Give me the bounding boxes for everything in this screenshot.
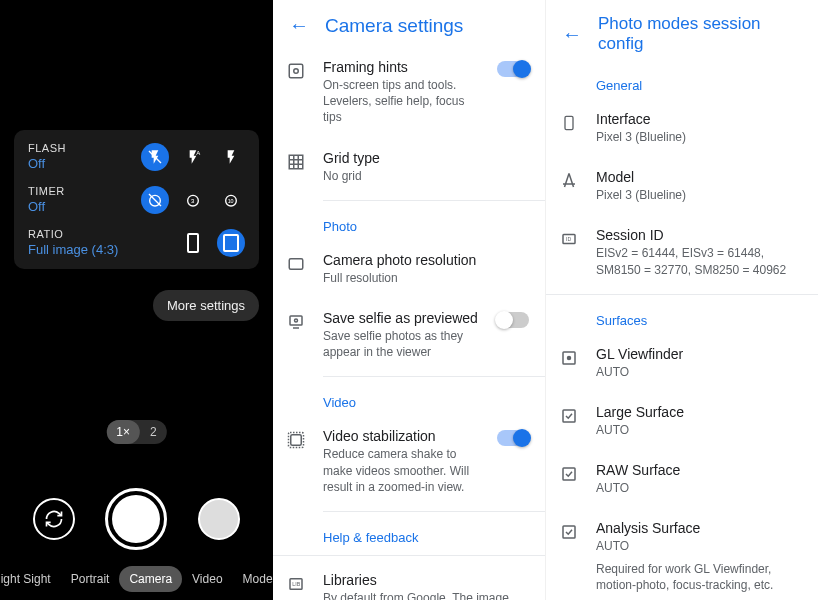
svg-rect-9 — [224, 235, 238, 251]
svg-rect-21 — [291, 435, 302, 446]
mode-night-sight[interactable]: Night Sight — [0, 566, 61, 592]
model-title: Model — [596, 169, 802, 185]
ratio-label: RATIO — [28, 228, 118, 240]
flash-on-icon[interactable] — [217, 143, 245, 171]
interface-sub: Pixel 3 (Blueline) — [596, 129, 802, 145]
libraries-title: Libraries — [323, 572, 529, 588]
svg-text:ID: ID — [566, 237, 571, 243]
stabilization-item[interactable]: Video stabilization Reduce camera shake … — [273, 416, 545, 507]
general-section-label: General — [546, 64, 818, 99]
svg-rect-10 — [289, 64, 303, 78]
surfaces-section-label: Surfaces — [546, 299, 818, 334]
back-arrow-icon[interactable]: ← — [289, 14, 309, 37]
stabilization-toggle[interactable] — [497, 430, 529, 446]
grid-title: Grid type — [323, 150, 529, 166]
model-sub: Pixel 3 (Blueline) — [596, 187, 802, 203]
large-title: Large Surface — [596, 404, 802, 420]
gl-viewfinder-item[interactable]: GL Viewfinder AUTO — [546, 334, 818, 392]
config-title: Photo modes session config — [598, 14, 802, 54]
svg-text:LIB: LIB — [292, 581, 300, 587]
photo-section-label: Photo — [273, 205, 545, 240]
raw-title: RAW Surface — [596, 462, 802, 478]
svg-rect-12 — [289, 155, 303, 169]
raw-sub: AUTO — [596, 480, 802, 496]
session-config-panel: ← Photo modes session config General Int… — [546, 0, 818, 600]
timer-off-icon[interactable] — [141, 186, 169, 214]
svg-rect-18 — [290, 316, 302, 325]
back-arrow-icon[interactable]: ← — [562, 23, 582, 46]
camera-viewfinder: FLASH Off A TIMER Off 3 10 RATIO — [0, 0, 273, 600]
mode-portrait[interactable]: Portrait — [61, 566, 120, 592]
compass-icon — [558, 170, 580, 192]
framing-toggle[interactable] — [497, 61, 529, 77]
timer-label: TIMER — [28, 185, 65, 197]
libraries-item[interactable]: LIB Libraries By default from Google. Th… — [273, 560, 545, 600]
timer-row[interactable]: TIMER Off 3 10 — [28, 185, 245, 214]
mode-video[interactable]: Video — [182, 566, 232, 592]
framing-sub: On-screen tips and tools. Levelers, self… — [323, 77, 481, 126]
resolution-sub: Full resolution — [323, 270, 529, 286]
svg-point-11 — [294, 69, 299, 74]
id-icon: ID — [558, 228, 580, 250]
svg-rect-25 — [565, 116, 573, 129]
analysis-note: Required for work GL Viewfinder, motion-… — [596, 561, 802, 593]
flash-off-icon[interactable] — [141, 143, 169, 171]
flash-label: FLASH — [28, 142, 66, 154]
phone-icon — [558, 112, 580, 134]
selfie-item[interactable]: Save selfie as previewed Save selfie pho… — [273, 298, 545, 372]
selfie-toggle[interactable] — [497, 312, 529, 328]
svg-rect-8 — [188, 234, 198, 252]
ratio-row[interactable]: RATIO Full image (4:3) — [28, 228, 245, 257]
gallery-thumbnail[interactable] — [198, 498, 240, 540]
more-settings-button[interactable]: More settings — [153, 290, 259, 321]
help-section-label[interactable]: Help & feedback — [273, 516, 545, 551]
mode-camera[interactable]: Camera — [119, 566, 182, 592]
shutter-button[interactable] — [105, 488, 167, 550]
surface-icon — [558, 347, 580, 369]
model-item[interactable]: Model Pixel 3 (Blueline) — [546, 157, 818, 215]
timer-3s-icon[interactable]: 3 — [179, 186, 207, 214]
flip-camera-button[interactable] — [33, 498, 75, 540]
svg-text:10: 10 — [228, 198, 234, 204]
session-title: Session ID — [596, 227, 802, 243]
resolution-item[interactable]: Camera photo resolution Full resolution — [273, 240, 545, 298]
stabilization-title: Video stabilization — [323, 428, 481, 444]
session-id-item[interactable]: ID Session ID EISv2 = 61444, EISv3 = 614… — [546, 215, 818, 289]
grid-icon — [285, 151, 307, 173]
libraries-sub: By default from Google. The image proces… — [323, 590, 529, 600]
svg-text:3: 3 — [191, 198, 195, 204]
session-sub: EISv2 = 61444, EISv3 = 61448, SM8150 = 3… — [596, 245, 802, 277]
analysis-surface-item[interactable]: Analysis Surface AUTO Required for work … — [546, 508, 818, 600]
resolution-icon — [285, 253, 307, 275]
interface-item[interactable]: Interface Pixel 3 (Blueline) — [546, 99, 818, 157]
zoom-2x[interactable]: 2 — [140, 420, 167, 444]
framing-hints-item[interactable]: Framing hints On-screen tips and tools. … — [273, 47, 545, 138]
framing-title: Framing hints — [323, 59, 481, 75]
timer-value: Off — [28, 199, 65, 214]
timer-10s-icon[interactable]: 10 — [217, 186, 245, 214]
svg-point-29 — [568, 356, 571, 359]
ratio-value: Full image (4:3) — [28, 242, 118, 257]
flash-auto-icon[interactable]: A — [179, 143, 207, 171]
ratio-full-icon[interactable] — [217, 229, 245, 257]
zoom-1x[interactable]: 1× — [106, 420, 140, 444]
selfie-icon — [285, 311, 307, 333]
framing-icon — [285, 60, 307, 82]
svg-rect-30 — [563, 410, 575, 422]
svg-rect-17 — [289, 259, 303, 270]
raw-surface-item[interactable]: RAW Surface AUTO — [546, 450, 818, 508]
ratio-tall-icon[interactable] — [179, 229, 207, 257]
large-surface-item[interactable]: Large Surface AUTO — [546, 392, 818, 450]
zoom-control[interactable]: 1× 2 — [106, 420, 166, 444]
check-box-icon — [558, 405, 580, 427]
stabilization-icon — [285, 429, 307, 451]
grid-sub: No grid — [323, 168, 529, 184]
svg-rect-31 — [563, 468, 575, 480]
analysis-sub: AUTO — [596, 538, 802, 554]
svg-point-19 — [295, 319, 298, 322]
flash-row[interactable]: FLASH Off A — [28, 142, 245, 171]
mode-bar[interactable]: Night Sight Portrait Camera Video Modes — [0, 566, 273, 592]
selfie-sub: Save selfie photos as they appear in the… — [323, 328, 481, 360]
check-box-icon — [558, 521, 580, 543]
grid-type-item[interactable]: Grid type No grid — [273, 138, 545, 196]
